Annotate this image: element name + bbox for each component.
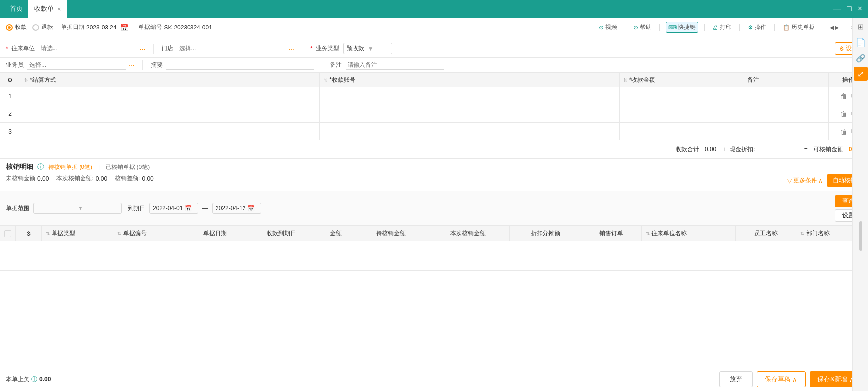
divider2 bbox=[659, 24, 660, 31]
video-btn[interactable]: ⊙ 视频 bbox=[597, 22, 619, 32]
select-all-checkbox[interactable] bbox=[4, 230, 11, 237]
abandon-btn[interactable]: 放弃 bbox=[719, 371, 753, 387]
help-btn[interactable]: ⊙ 帮助 bbox=[631, 22, 653, 32]
sort-icon-amount: ⇅ bbox=[624, 77, 627, 83]
cell-settle[interactable] bbox=[20, 123, 320, 140]
th-counterpart-name: ⇅往来单位名称 bbox=[642, 226, 735, 241]
main-container: 收款 退款 单据日期 2023-03-24 📅 单据编号 SK-20230324… bbox=[0, 18, 868, 391]
range-dropdown-icon: ▼ bbox=[78, 205, 118, 212]
cell-amount[interactable] bbox=[619, 123, 678, 140]
due-date-start[interactable]: 2022-04-01 📅 bbox=[149, 203, 198, 214]
shortcut-btn[interactable]: ⌨ 快捷键 bbox=[666, 22, 698, 33]
sidebar-link-icon[interactable]: 🔗 bbox=[854, 51, 868, 65]
bottom-table-wrap: ⚙ ⇅单据类型 ⇅单据编号 单据日期 收款到期日 金额 待核销金额 bbox=[0, 226, 868, 367]
window-min-icon[interactable]: — bbox=[831, 4, 843, 13]
radio-receipt-label: 收款 bbox=[15, 23, 27, 31]
scrollbar-thumb[interactable] bbox=[859, 221, 862, 251]
form-fields-row1: * 往来单位 ··· 门店 ··· * 业务类型 预收款 ▼ ⚙ 设置 bbox=[0, 39, 868, 58]
table-gear-icon[interactable]: ⚙ bbox=[7, 77, 13, 84]
cell-note[interactable] bbox=[678, 105, 828, 123]
delete-icon[interactable]: 🗑 bbox=[841, 110, 847, 118]
delete-icon[interactable]: 🗑 bbox=[841, 128, 847, 136]
pending-tab-link[interactable]: 待核销单据 (0笔) bbox=[48, 163, 92, 171]
unchecked-value: 0.00 bbox=[37, 175, 49, 182]
store-more-icon[interactable]: ··· bbox=[288, 45, 294, 53]
salesperson-label: 业务员 bbox=[6, 61, 24, 69]
radio-refund[interactable]: 退款 bbox=[32, 23, 53, 31]
verify-stats: 未核销金额 0.00 本次核销金额: 0.00 核销差额: 0.00 bbox=[6, 174, 154, 183]
tab-close-icon[interactable]: × bbox=[57, 5, 61, 13]
home-tab[interactable]: 首页 bbox=[4, 4, 28, 13]
range-select[interactable]: ▼ bbox=[33, 203, 122, 214]
counterpart-more-icon[interactable]: ··· bbox=[140, 45, 146, 53]
radio-receipt[interactable]: 收款 bbox=[6, 23, 27, 31]
calendar-icon[interactable]: 📅 bbox=[120, 24, 129, 31]
window-max-icon[interactable]: □ bbox=[845, 4, 854, 13]
cell-amount[interactable] bbox=[619, 105, 678, 123]
table-row: 2 🗑 ⧉ bbox=[0, 105, 868, 123]
cell-account[interactable] bbox=[320, 123, 619, 140]
receipt-table: ⚙ ⇅ *结算方式 ⇅ *收款账号 bbox=[0, 72, 868, 140]
number-label: 单据编号 bbox=[138, 23, 162, 31]
cell-note[interactable] bbox=[678, 87, 828, 105]
pending-count: 0笔 bbox=[81, 164, 90, 170]
summary-label: 摘要 bbox=[151, 61, 163, 69]
verify-title-text: 核销明细 bbox=[6, 163, 33, 171]
more-conditions-btn[interactable]: ▽ 更多条件 ∧ bbox=[787, 176, 823, 185]
operation-btn[interactable]: ⚙ 操作 bbox=[746, 22, 768, 32]
salesperson-input[interactable] bbox=[27, 60, 126, 70]
window-actions: — □ × bbox=[831, 4, 864, 13]
th-note: 备注 bbox=[678, 73, 828, 87]
th-pending-amount: 待核销金额 bbox=[355, 226, 427, 241]
sidebar-expand-icon[interactable]: ⤢ bbox=[854, 67, 868, 81]
th-settings[interactable]: ⚙ bbox=[0, 73, 20, 87]
verify-section: 核销明细 ⓘ 待核销单据 (0笔) | 已核销单据 (0笔) 未核销金额 0.0… bbox=[0, 159, 868, 191]
current-value: 0.00 bbox=[96, 175, 107, 182]
discount-input[interactable] bbox=[759, 144, 798, 154]
th-date: 单据日期 bbox=[185, 226, 245, 241]
radio-refund-circle bbox=[32, 24, 39, 31]
done-count: 0笔 bbox=[139, 164, 148, 170]
summary-input[interactable] bbox=[166, 60, 314, 70]
counterpart-field: * 往来单位 ··· bbox=[6, 44, 145, 53]
next-arrow[interactable]: ▶ bbox=[835, 24, 839, 31]
date-value[interactable]: 2023-03-24 bbox=[86, 24, 116, 31]
print-btn[interactable]: 🖨 打印 bbox=[710, 22, 733, 32]
done-tab-link[interactable]: 已核销单据 (0笔) bbox=[106, 163, 150, 171]
sidebar-doc-icon[interactable]: 📄 bbox=[854, 35, 868, 49]
cell-account[interactable] bbox=[320, 105, 619, 123]
delete-icon[interactable]: 🗑 bbox=[841, 92, 847, 100]
salesperson-more-icon[interactable]: ··· bbox=[129, 61, 135, 69]
th-amount: ⇅ *收款金额 bbox=[619, 73, 678, 87]
counterpart-input[interactable] bbox=[39, 44, 137, 53]
date-label: 单据日期 bbox=[61, 23, 84, 31]
due-date-end[interactable]: 2022-04-12 📅 bbox=[212, 203, 261, 214]
th-due-date: 收款到期日 bbox=[245, 226, 317, 241]
history-label: 历史单据 bbox=[791, 23, 815, 31]
prev-arrow[interactable]: ◀ bbox=[829, 24, 834, 31]
table-row-empty bbox=[0, 241, 868, 271]
receipt-tab[interactable]: 收款单 × bbox=[28, 0, 67, 18]
cell-note[interactable] bbox=[678, 123, 828, 140]
cell-settle[interactable] bbox=[20, 105, 320, 123]
window-close-icon[interactable]: × bbox=[856, 4, 864, 13]
draft-btn[interactable]: 保存草稿 ∧ bbox=[757, 371, 806, 387]
biz-type-label: 业务类型 bbox=[316, 44, 339, 53]
footer-actions: 放弃 保存草稿 ∧ 保存&新增 ∧ bbox=[719, 371, 862, 387]
cell-amount[interactable] bbox=[619, 87, 678, 105]
remarks-input[interactable] bbox=[346, 60, 444, 70]
date-start-value: 2022-04-01 bbox=[153, 205, 183, 212]
biz-type-value: 预收款 bbox=[347, 44, 368, 53]
divider6 bbox=[823, 24, 823, 31]
history-btn[interactable]: 📋 历史单据 bbox=[781, 22, 817, 32]
info-icon[interactable]: ⓘ bbox=[37, 163, 44, 171]
separator1 bbox=[153, 44, 154, 54]
help-icon: ⊙ bbox=[633, 24, 638, 31]
shortcut-label: 快捷键 bbox=[678, 23, 696, 31]
cell-account[interactable] bbox=[320, 87, 619, 105]
th-settings-bottom[interactable]: ⚙ bbox=[16, 226, 42, 241]
store-input[interactable] bbox=[177, 44, 285, 53]
sidebar-table-icon[interactable]: ⊞ bbox=[854, 20, 868, 33]
cell-settle[interactable] bbox=[20, 87, 320, 105]
biz-type-select[interactable]: 预收款 ▼ bbox=[343, 43, 392, 54]
